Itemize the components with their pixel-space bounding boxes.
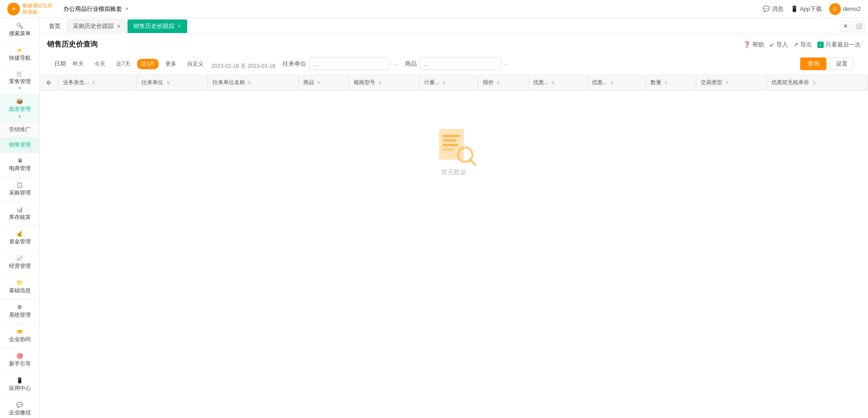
tab-purchase-history[interactable]: 采购历史价跟踪 ✕ bbox=[67, 19, 127, 33]
sidebar-item-label: 库存核算 bbox=[2, 214, 38, 221]
user-area[interactable]: D demo2 bbox=[829, 3, 861, 15]
sidebar-item-wechat[interactable]: 💬 企业微信 bbox=[0, 397, 39, 418]
th-spec[interactable]: 规格型号 ⇅ bbox=[349, 75, 419, 90]
svg-rect-4 bbox=[443, 148, 454, 151]
th-partner-code[interactable]: 往来单位 ⇅ bbox=[137, 75, 208, 90]
tab-sales-history-label: 销售历史价跟踪 bbox=[133, 22, 175, 30]
finance-icon: 💰 bbox=[2, 231, 38, 237]
date-btn-1month[interactable]: 近1月 bbox=[137, 59, 159, 69]
table-header-row: ⚙ 业务发生... ⇅ 往来单位 ⇅ 往来单位名称 ⇅ bbox=[40, 75, 868, 90]
date-btn-custom[interactable]: 自定义 bbox=[183, 59, 208, 69]
sidebar-item-label: 销售管理 bbox=[2, 141, 38, 149]
quick-nav-icon: ⚡ bbox=[2, 47, 38, 53]
sidebar: 🔍 搜索菜单 ⚡ 快捷导航 🛒 零售管理 ▾ 📦 批发管理 ▴ 营销推广 销售管… bbox=[0, 18, 40, 418]
sidebar-item-label: 采购管理 bbox=[2, 189, 38, 197]
sidebar-item-retail-mgmt[interactable]: 🛒 零售管理 ▾ bbox=[0, 67, 39, 95]
app-download-label: App下载 bbox=[800, 5, 822, 13]
th-partner-name[interactable]: 往来单位名称 ⇅ bbox=[208, 75, 298, 90]
sort-goods-icon: ⇅ bbox=[317, 80, 321, 85]
message-btn[interactable]: 💬 消息 bbox=[763, 5, 783, 13]
app-center-icon: 📱 bbox=[2, 377, 38, 384]
app-title-dropdown-icon[interactable]: ▾ bbox=[126, 6, 128, 12]
help-icon: ❓ bbox=[743, 41, 750, 48]
sidebar-item-inventory[interactable]: 📊 库存核算 bbox=[0, 202, 39, 226]
export-btn[interactable]: ↗ 导出 bbox=[793, 41, 812, 49]
tabs-close-btn[interactable]: ✕ bbox=[840, 21, 851, 32]
sidebar-item-label: 快捷导航 bbox=[2, 54, 38, 62]
tabs-maximize-btn[interactable]: ⬜ bbox=[854, 21, 864, 32]
sidebar-item-label: 基础信息 bbox=[2, 287, 38, 294]
logo-area: ✦ 畅捷通好生意 标准版 bbox=[7, 3, 52, 15]
table-area: ⚙ 业务发生... ⇅ 往来单位 ⇅ 往来单位名称 ⇅ bbox=[40, 75, 868, 418]
page-title-row: 销售历史价查询 ❓ 帮助 ↙ 导入 ↗ 导出 ✓ bbox=[47, 40, 861, 49]
sidebar-item-enterprise[interactable]: 🤝 企业协同 bbox=[0, 324, 39, 348]
download-icon: 📱 bbox=[791, 5, 798, 12]
only-last-btn[interactable]: ✓ 只看最后一次 bbox=[817, 41, 861, 49]
gear-icon[interactable]: ⚙ bbox=[46, 80, 51, 86]
th-spec-label: 规格型号 bbox=[354, 79, 375, 86]
date-btn-today[interactable]: 今天 bbox=[90, 59, 109, 69]
th-tax-free-price[interactable]: 优惠前无税单价 ⇅ bbox=[767, 75, 868, 90]
partner-search-icon[interactable]: ··· bbox=[393, 61, 398, 67]
th-trade-type[interactable]: 交易类型 ⇅ bbox=[696, 75, 767, 90]
data-table: ⚙ 业务发生... ⇅ 往来单位 ⇅ 往来单位名称 ⇅ bbox=[40, 75, 868, 90]
wechat-icon: 💬 bbox=[2, 402, 38, 408]
sidebar-item-finance[interactable]: 💰 资金管理 bbox=[0, 226, 39, 251]
sidebar-item-basic-info[interactable]: 📁 基础信息 bbox=[0, 275, 39, 299]
sidebar-item-label: 搜索菜单 bbox=[2, 30, 38, 38]
purchase-icon: 📋 bbox=[2, 182, 38, 188]
sort-partner-name-icon: ⇅ bbox=[248, 80, 251, 85]
wholesale-icon: 📦 bbox=[2, 98, 38, 104]
logo-icon: ✦ bbox=[7, 3, 20, 15]
th-goods[interactable]: 商品 ⇅ bbox=[298, 75, 349, 90]
sort-discount2-icon: ⇅ bbox=[610, 80, 613, 85]
date-btn-7days[interactable]: 近7天 bbox=[112, 59, 134, 69]
tab-home-label: 首页 bbox=[49, 22, 61, 30]
app-download-btn[interactable]: 📱 App下载 bbox=[791, 5, 822, 13]
sidebar-item-wholesale-mgmt[interactable]: 📦 批发管理 ▴ bbox=[0, 95, 39, 122]
svg-rect-1 bbox=[443, 135, 460, 137]
ecommerce-icon: 🖥 bbox=[2, 157, 38, 164]
tab-sales-history[interactable]: 销售历史价跟踪 ✕ bbox=[127, 19, 187, 33]
th-discount2[interactable]: 优惠... ⇅ bbox=[587, 75, 646, 90]
th-discount1[interactable]: 优惠... ⇅ bbox=[528, 75, 587, 90]
goods-input[interactable] bbox=[420, 57, 501, 70]
empty-illustration bbox=[434, 127, 474, 163]
th-biz-date[interactable]: 业务发生... ⇅ bbox=[58, 75, 137, 90]
th-qty[interactable]: 数量 ⇅ bbox=[646, 75, 696, 90]
top-bar-left: ✦ 畅捷通好生意 标准版 办公用品行业模拟账套 ▾ bbox=[7, 3, 128, 15]
sidebar-item-quick-nav[interactable]: ⚡ 快捷导航 bbox=[0, 43, 39, 67]
partner-input[interactable] bbox=[309, 57, 390, 70]
newbie-icon: 🎯 bbox=[2, 353, 38, 359]
import-btn[interactable]: ↙ 导入 bbox=[769, 41, 788, 49]
sidebar-item-purchase[interactable]: 📋 采购管理 bbox=[0, 177, 39, 202]
th-biz-date-label: 业务发生... bbox=[63, 79, 89, 86]
sidebar-item-operations[interactable]: 📈 经营管理 bbox=[0, 251, 39, 275]
sidebar-item-app-center[interactable]: 📱 应用中心 bbox=[0, 373, 39, 397]
sidebar-item-ecommerce[interactable]: 🖥 电商管理 bbox=[0, 153, 39, 177]
only-last-checkbox[interactable]: ✓ bbox=[817, 42, 824, 48]
sidebar-item-sales-mgmt[interactable]: 销售管理 bbox=[0, 138, 39, 153]
goods-filter: 商品 ··· bbox=[405, 57, 509, 70]
goods-search-icon[interactable]: ··· bbox=[504, 61, 509, 67]
tab-purchase-history-close[interactable]: ✕ bbox=[117, 24, 121, 29]
date-btn-yesterday[interactable]: 昨天 bbox=[69, 59, 88, 69]
query-button[interactable]: 查询 bbox=[800, 57, 826, 70]
th-unit[interactable]: 计量... ⇅ bbox=[419, 75, 478, 90]
help-btn[interactable]: ❓ 帮助 bbox=[743, 41, 764, 49]
th-price[interactable]: 报价 ⇅ bbox=[478, 75, 528, 90]
tab-home[interactable]: 首页 bbox=[43, 19, 66, 33]
th-gear[interactable]: ⚙ bbox=[40, 75, 58, 90]
sort-trade-type-icon: ⇅ bbox=[725, 80, 729, 85]
tab-sales-history-close[interactable]: ✕ bbox=[177, 24, 181, 29]
sidebar-item-search-menu[interactable]: 🔍 搜索菜单 bbox=[0, 18, 39, 43]
sidebar-item-marketing[interactable]: 营销推广 bbox=[0, 122, 39, 138]
app-title: 办公用品行业模拟账套 bbox=[63, 5, 122, 13]
date-btn-more[interactable]: 更多 bbox=[161, 59, 180, 69]
sidebar-item-label: 零售管理 bbox=[2, 78, 38, 86]
message-label: 消息 bbox=[772, 5, 783, 13]
setting-button[interactable]: 设置 bbox=[830, 57, 854, 70]
sidebar-item-newbie[interactable]: 🎯 新手引导 bbox=[0, 348, 39, 373]
top-bar: ✦ 畅捷通好生意 标准版 办公用品行业模拟账套 ▾ 💬 消息 📱 App下载 D… bbox=[0, 0, 868, 18]
sidebar-item-system[interactable]: ⚙ 系统管理 bbox=[0, 299, 39, 324]
